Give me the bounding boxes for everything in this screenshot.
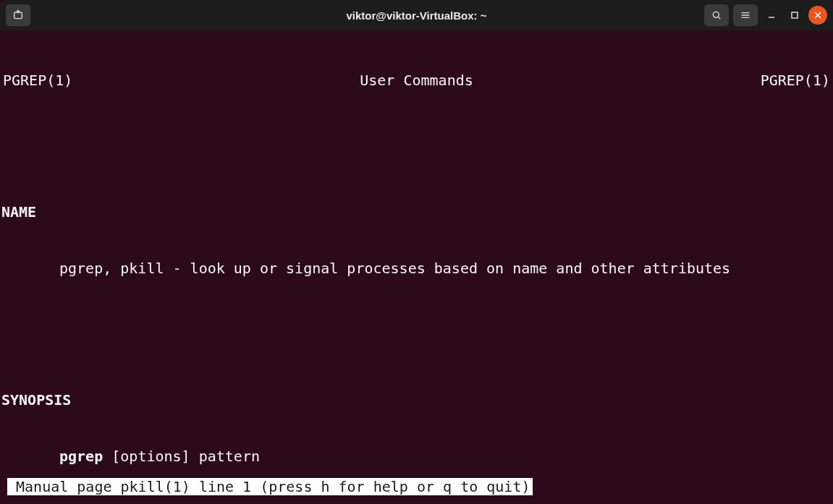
search-button[interactable] (704, 4, 729, 26)
titlebar-right-group (704, 4, 827, 26)
manpage-status-line: Manual page pkill(1) line 1 (press h for… (7, 478, 533, 495)
name-line: pgrep, pkill - look up or signal process… (1, 259, 832, 278)
titlebar-left-group (6, 4, 30, 26)
hamburger-menu-button[interactable] (733, 4, 758, 26)
manpage-header: PGREP(1) User Commands PGREP(1) (1, 71, 832, 90)
minimize-button[interactable] (762, 6, 781, 25)
svg-point-1 (713, 12, 719, 17)
maximize-button[interactable] (785, 6, 804, 25)
header-right: PGREP(1) (761, 71, 830, 90)
section-name-heading: NAME (1, 202, 832, 221)
section-synopsis-heading: SYNOPSIS (1, 390, 832, 409)
header-center: User Commands (360, 71, 473, 90)
terminal-content[interactable]: PGREP(1) User Commands PGREP(1) NAME pgr… (0, 30, 833, 504)
new-tab-button[interactable] (6, 4, 30, 26)
close-button[interactable] (808, 6, 827, 25)
window-titlebar: viktor@viktor-VirtualBox: ~ (0, 0, 833, 30)
synopsis-line-1: pgrep [options] pattern (1, 447, 832, 466)
window-title: viktor@viktor-VirtualBox: ~ (347, 9, 487, 22)
svg-rect-2 (792, 12, 798, 18)
header-left: PGREP(1) (3, 71, 72, 90)
